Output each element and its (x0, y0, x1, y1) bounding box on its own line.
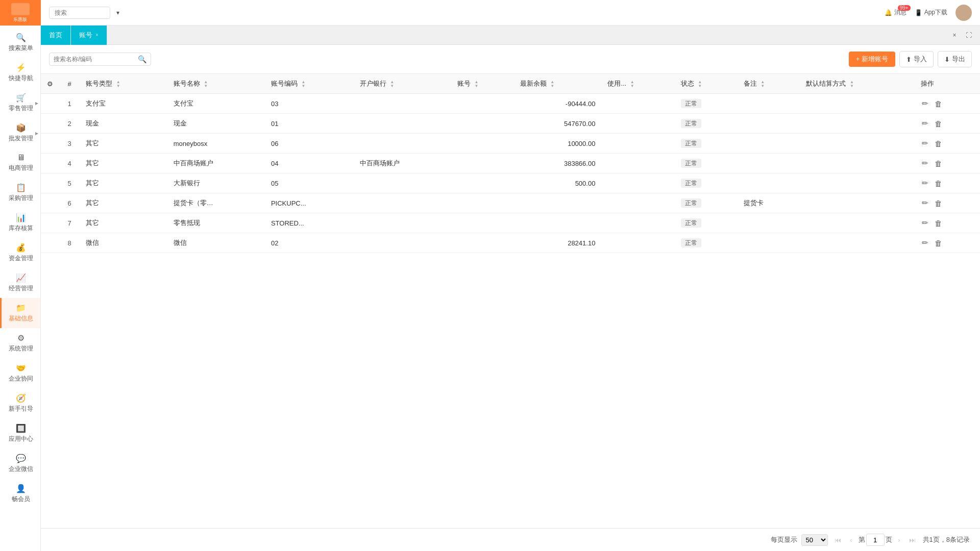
tab-fullscreen-btn[interactable]: ⛶ (964, 30, 974, 40)
sidebar-item-guide[interactable]: 🧭 新手引导 (0, 388, 40, 418)
col-code[interactable]: 账号编码 ▲▼ (265, 74, 354, 94)
col-bank[interactable]: 开户银行 ▲▼ (354, 74, 451, 94)
topbar-dropdown[interactable]: ▾ (116, 9, 119, 16)
sidebar-item-shortcut[interactable]: ⚡ 快捷导航 (0, 58, 40, 88)
row-settlement-cell (800, 134, 915, 154)
sidebar-item-operations[interactable]: 📈 经营管理 (0, 268, 40, 298)
sidebar-item-purchase[interactable]: 📋 采购管理 (0, 178, 40, 208)
edit-row-button[interactable]: ✏ (921, 178, 929, 189)
row-settlement-cell (800, 213, 915, 233)
col-settings[interactable]: ⚙ (41, 74, 59, 94)
app-download-btn[interactable]: 📱 App下载 (915, 8, 947, 17)
row-account-cell (451, 213, 514, 233)
notice-btn[interactable]: 🔔 消息 99+ (885, 8, 906, 17)
tab-close-icon[interactable]: × (95, 32, 99, 38)
appstore-nav-icon: 🔲 (16, 423, 26, 433)
page-suffix: 页 (886, 535, 892, 544)
col-settlement[interactable]: 默认结算方式 ▲▼ (800, 74, 915, 94)
add-account-button[interactable]: + 新增账号 (849, 52, 895, 67)
row-account-cell (451, 114, 514, 134)
page-input[interactable] (866, 534, 885, 546)
table-row: 1 支付宝 支付宝 03 -90444.00 正常 ✏ 🗑 (41, 94, 980, 114)
export-button[interactable]: ⬇ 导出 (938, 51, 972, 67)
row-code-cell: 02 (265, 233, 354, 253)
row-bank-cell (354, 193, 451, 213)
sidebar-item-ecommerce[interactable]: 🖥 电商管理 (0, 148, 40, 178)
row-settings-cell (41, 213, 59, 233)
edit-row-button[interactable]: ✏ (921, 217, 929, 229)
edit-row-button[interactable]: ✏ (921, 118, 929, 129)
sidebar-item-member-label: 畅会员 (12, 495, 30, 504)
delete-row-button[interactable]: 🗑 (934, 118, 943, 129)
edit-row-button[interactable]: ✏ (921, 98, 929, 109)
delete-row-button[interactable]: 🗑 (934, 98, 943, 109)
sidebar-item-agreement[interactable]: 🤝 企业协同 (0, 358, 40, 388)
row-usage-cell (601, 94, 674, 114)
sidebar-item-ecommerce-label: 电商管理 (9, 164, 33, 172)
edit-row-button[interactable]: ✏ (921, 237, 929, 248)
delete-row-button[interactable]: 🗑 (934, 218, 943, 229)
page-last-btn[interactable]: ⏭ (906, 534, 919, 546)
account-sort-icon: ▲▼ (474, 80, 478, 88)
col-remark[interactable]: 备注 ▲▼ (738, 74, 800, 94)
topbar-search-input[interactable] (55, 9, 106, 16)
sidebar-item-inventory[interactable]: 📊 库存核算 (0, 208, 40, 238)
row-settings-cell (41, 154, 59, 173)
edit-row-button[interactable]: ✏ (921, 158, 929, 169)
sidebar-item-finance-label: 资金管理 (9, 254, 33, 263)
tab-home[interactable]: 首页 (41, 26, 71, 45)
row-name-cell: 提货卡（零… (167, 193, 265, 213)
row-usage-cell (601, 193, 674, 213)
row-settlement-cell (800, 173, 915, 193)
sidebar-item-wechat-label: 企业微信 (9, 465, 33, 473)
page-prev-btn[interactable]: ‹ (845, 534, 857, 546)
row-bank-cell: 中百商场账户 (354, 154, 451, 173)
sidebar-item-retail[interactable]: 🛒 零售管理 ▶ (0, 88, 40, 118)
sidebar-item-shortcut-label: 快捷导航 (9, 74, 33, 83)
delete-row-button[interactable]: 🗑 (934, 138, 943, 149)
page-first-btn[interactable]: ⏮ (832, 534, 844, 546)
name-sort-icon: ▲▼ (204, 80, 208, 88)
col-type[interactable]: 账号类型 ▲▼ (80, 74, 167, 94)
delete-row-button[interactable]: 🗑 (934, 238, 943, 248)
row-balance-cell: -90444.00 (514, 94, 602, 114)
bank-sort-icon: ▲▼ (390, 80, 394, 88)
sidebar-item-search[interactable]: 🔍 搜索菜单 (0, 28, 40, 58)
col-usage[interactable]: 使用... ▲▼ (601, 74, 674, 94)
page-next-btn[interactable]: › (893, 534, 905, 546)
sidebar-item-basic[interactable]: 📁 基础信息 (0, 298, 40, 328)
row-name-cell: 零售抵现 (167, 213, 265, 233)
import-button[interactable]: ⬆ 导入 (899, 51, 934, 67)
per-page-select[interactable]: 50 20 100 (801, 534, 828, 546)
type-sort-icon: ▲▼ (116, 80, 120, 88)
edit-row-button[interactable]: ✏ (921, 138, 929, 149)
row-type-cell: 其它 (80, 193, 167, 213)
col-status[interactable]: 状态 ▲▼ (675, 74, 738, 94)
row-type-cell: 微信 (80, 233, 167, 253)
delete-row-button[interactable]: 🗑 (934, 198, 943, 209)
user-avatar[interactable] (955, 5, 972, 21)
row-settlement-cell (800, 94, 915, 114)
sidebar-item-member[interactable]: 👤 畅会员 (0, 479, 40, 509)
account-search-input[interactable] (54, 56, 136, 63)
row-status-cell: 正常 (675, 94, 738, 114)
row-settings-cell (41, 233, 59, 253)
tab-close-window-btn[interactable]: × (949, 30, 960, 40)
row-status-cell: 正常 (675, 154, 738, 173)
edit-row-button[interactable]: ✏ (921, 197, 929, 209)
tab-account[interactable]: 账号 × (71, 26, 107, 45)
sidebar-item-system[interactable]: ⚙ 系统管理 (0, 328, 40, 358)
col-account[interactable]: 账号 ▲▼ (451, 74, 514, 94)
sidebar-item-finance[interactable]: 💰 资金管理 (0, 238, 40, 268)
sidebar-item-wholesale[interactable]: 📦 批发管理 ▶ (0, 118, 40, 148)
delete-row-button[interactable]: 🗑 (934, 178, 943, 189)
sidebar-item-appstore[interactable]: 🔲 应用中心 (0, 418, 40, 448)
col-balance[interactable]: 最新余额 ▲▼ (514, 74, 602, 94)
wechat-nav-icon: 💬 (16, 454, 26, 463)
row-remark-cell (738, 233, 800, 253)
delete-row-button[interactable]: 🗑 (934, 158, 943, 169)
app-download-label: App下载 (924, 8, 947, 17)
sidebar-item-wechat[interactable]: 💬 企业微信 (0, 448, 40, 479)
row-remark-cell (738, 134, 800, 154)
col-name[interactable]: 账号名称 ▲▼ (167, 74, 265, 94)
